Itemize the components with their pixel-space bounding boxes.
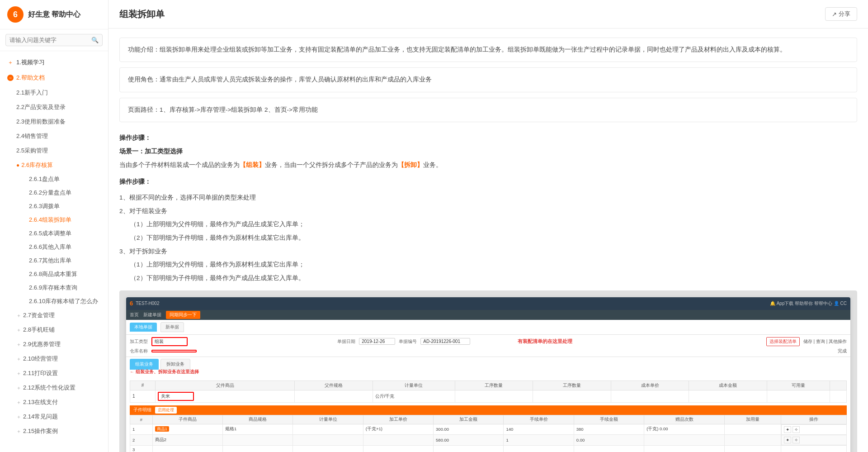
sidebar-item-2-10[interactable]: ＋2.10经营管理	[0, 352, 108, 366]
screenshot-container: 6 TEST-H002 🔔 App下载 帮助帮你 帮帮中心 👤 CC 首页 新建…	[119, 290, 857, 452]
step3-sub2: （2）下部明细为子件明细，最终作为产成品生成某它入库单。	[130, 272, 857, 284]
mock-parent-item-input: 关米	[158, 392, 194, 401]
mock-section-tabs: 组装业务 拆卸业务 ← 组装业务、拆卸业务在这里选择	[130, 359, 847, 370]
mock-form-row2: 仓库名称 完成	[130, 348, 847, 354]
table-row: 1 商品1 规格1 (千克+1) 300.00 140 380 (千克) 0.	[130, 424, 847, 435]
mock-upper-table: # 父件商品 父件规格 计量单位 工序数量 工序数量 成本单价 成本金额 可用量	[130, 381, 847, 403]
mock-section-area: 组装业务 拆卸业务 ← 组装业务、拆卸业务在这里选择	[126, 359, 850, 452]
sidebar-item-2-12[interactable]: ＋2.12系统个性化设置	[0, 381, 108, 395]
mock-form-type-label: 加工类型	[130, 338, 148, 345]
sidebar-item-2-5[interactable]: 2.5采购管理	[0, 143, 108, 158]
mock-child-item1-tag: 商品1	[155, 426, 169, 432]
mock-app-window: 6 TEST-H002 🔔 App下载 帮助帮你 帮帮中心 👤 CC 首页 新建…	[126, 297, 850, 452]
mock-th-parent-spec: 父件规格	[295, 381, 373, 390]
mock-logo: 6	[130, 300, 133, 307]
sidebar-item-2-8[interactable]: ＋2.8手机旺铺	[0, 323, 108, 337]
mock-tab-disassembly: 拆卸业务	[160, 359, 190, 370]
mock-th-qty2: 工序数量	[533, 381, 611, 390]
sidebar-item-2-2[interactable]: 2.2产品安装及登录	[0, 100, 108, 114]
main-content: 组装拆卸单 ↗ 分享 功能介绍：组装拆卸单用来处理企业组装或拆卸等加工业务，支持…	[108, 0, 868, 452]
mock-warehouse-label: 仓库名称	[130, 348, 148, 354]
step3: 3、对于拆卸业务	[119, 246, 857, 257]
mock-tab-assembly: 组装业务	[130, 359, 159, 370]
sidebar-item-1-label: 1.视频学习	[16, 58, 45, 67]
scenario1-desc: 当由多个子件材料组装成一个成品的业务为【组装】业务，当由一个父件拆分成多个子产品…	[119, 159, 857, 171]
mock-complete-btn: 完成	[838, 348, 847, 354]
table-row: 3	[130, 445, 847, 452]
sidebar-item-2-6-6[interactable]: 2.6.6其他入库单	[6, 240, 108, 254]
intro-section: 功能介绍：组装拆卸单用来处理企业组装或拆卸等加工业务，支持有固定装配清单的产品加…	[119, 38, 857, 62]
share-button[interactable]: ↗ 分享	[825, 7, 857, 21]
mock-toolbar: 本地单据 新单据	[126, 320, 850, 335]
screenshot-inner: 6 TEST-H002 🔔 App下载 帮助帮你 帮帮中心 👤 CC 首页 新建…	[120, 291, 857, 452]
mock-form-date-label: 单据日期	[337, 338, 355, 345]
mock-sub-label: 子件明细	[133, 407, 151, 413]
mock-sub-section: 子件明细 启用处理	[130, 405, 847, 415]
search-input[interactable]	[9, 37, 91, 43]
sidebar-item-2-6[interactable]: ●2.6库存核算	[0, 158, 108, 172]
ops-section: 操作步骤： 场景一：加工类型选择 当由多个子件材料组装成一个成品的业务为【组装】…	[119, 128, 857, 284]
sidebar-item-2-6-7[interactable]: 2.6.7其他出库单	[6, 254, 108, 267]
share-icon: ↗	[832, 11, 837, 18]
mock-enable-btn: 启用处理	[155, 407, 177, 414]
mock-lower-thead: # 子件商品 商品规格 计量单位 加工单价 加工金额 手续单价 手续金额 赠品次	[130, 415, 847, 424]
sidebar-item-2-6-10[interactable]: 2.6.10库存账本错了怎么办	[6, 295, 108, 308]
sidebar-item-2-1[interactable]: 2.1新手入门	[0, 86, 108, 100]
mock-form-code: AD-20191226-001	[420, 338, 470, 345]
sidebar-item-2-14[interactable]: ＋2.14常见问题	[0, 409, 108, 424]
sidebar-item-1[interactable]: ＋ 1.视频学习	[0, 55, 108, 70]
mock-upper-thead: # 父件商品 父件规格 计量单位 工序数量 工序数量 成本单价 成本金额 可用量	[130, 381, 847, 390]
mock-td-row1-avail	[767, 390, 830, 402]
sidebar-item-2-label: 2.帮助文档	[16, 74, 45, 82]
annotation-assembly: ← 组装业务、拆卸业务在这里选择	[130, 369, 199, 375]
content-area: 功能介绍：组装拆卸单用来处理企业组装或拆卸等加工业务，支持有固定装配清单的产品加…	[108, 29, 868, 452]
expand-icon-2: －	[7, 75, 14, 81]
mock-th-unit: 计量单位	[373, 381, 455, 390]
sidebar-item-2-6-8[interactable]: 2.6.8商品成本重算	[6, 267, 108, 281]
search-wrapper: 🔍	[5, 34, 103, 46]
sidebar-item-2-6-2[interactable]: 2.6.2分量盘点单	[6, 186, 108, 200]
mock-nav-home: 首页	[130, 312, 139, 318]
step3-sub1: （1）上部明细为父件明细，最终作为原材料生成某它出库单；	[130, 259, 857, 271]
mock-th-qty1: 工序数量	[455, 381, 533, 390]
ops-steps-heading: 操作步骤：	[119, 176, 857, 188]
mock-th-cost-amt: 成本金额	[689, 381, 767, 390]
mock-navbar: 首页 新建单据 同期同步一下	[126, 310, 850, 320]
mock-td-row1-qty2	[533, 390, 611, 402]
mock-td-row1-item: 关米	[156, 390, 295, 402]
sidebar-item-2-7[interactable]: ＋2.7资金管理	[0, 308, 108, 323]
nav-tree: ＋ 1.视频学习 － 2.帮助文档 2.1新手入门 2.2产品安装及登录 2.3…	[0, 51, 108, 452]
role-text: 使用角色：通常由生产人员或库管人员完成拆装业务的操作，库管人员确认原材料的出库和…	[128, 76, 432, 83]
path-section: 页面路径：1、库存核算->库存管理->组装拆卸单 2、首页->常用功能	[119, 98, 857, 122]
mock-td-row1-camt	[689, 390, 767, 402]
sidebar-item-2-13[interactable]: ＋2.13在线支付	[0, 395, 108, 409]
mock-form-code-label: 单据编号	[399, 338, 417, 345]
mock-sync-btn: 同期同步一下	[166, 311, 200, 319]
sidebar-item-2-6-4[interactable]: 2.6.4组装拆卸单	[6, 213, 108, 227]
sidebar-group-2: 2.1新手入门 2.2产品安装及登录 2.3使用前数据准备 2.4销售管理 2.…	[0, 86, 108, 438]
sidebar-item-2-15[interactable]: ＋2.15操作案例	[0, 424, 108, 438]
sidebar-item-2-6-5[interactable]: 2.6.5成本调整单	[6, 227, 108, 240]
mock-th-parent-item: 父件商品	[156, 381, 295, 390]
table-row: 2 商品2 580.00 1 0.00	[130, 435, 847, 446]
sidebar-item-2-6-9[interactable]: 2.6.9库存账本查询	[6, 281, 108, 295]
sidebar-item-2-4[interactable]: 2.4销售管理	[0, 129, 108, 143]
mock-warehouse-value	[151, 350, 197, 352]
sidebar-item-2-6-3[interactable]: 2.6.3调拨单	[6, 200, 108, 213]
sidebar-item-2-6-1[interactable]: 2.6.1盘点单	[6, 172, 108, 186]
sidebar-item-2-9[interactable]: ＋2.9优惠券管理	[0, 337, 108, 352]
mock-th-cost-unit: 成本单价	[611, 381, 689, 390]
sidebar-item-2-11[interactable]: ＋2.11打印设置	[0, 366, 108, 381]
step1: 1、根据不同的业务，选择不同单据的类型来处理	[119, 192, 857, 204]
mock-form-date: 2019-12-26	[359, 338, 395, 345]
mock-lower-header-row: # 子件商品 商品规格 计量单位 加工单价 加工金额 手续单价 手续金额 赠品次	[130, 415, 847, 424]
mock-topbar: 6 TEST-H002 🔔 App下载 帮助帮你 帮帮中心 👤 CC	[126, 297, 850, 310]
mock-th-avail: 可用量	[767, 381, 830, 390]
sidebar-item-2[interactable]: － 2.帮助文档	[0, 70, 108, 86]
intro-text: 功能介绍：组装拆卸单用来处理企业组装或拆卸等加工业务，支持有固定装配清单的产品加…	[128, 46, 786, 53]
ops-heading: 操作步骤：	[119, 134, 857, 142]
mock-form-row1: 加工类型 组装 单据日期 2019-12-26 单据编号 AD-20191226…	[130, 337, 847, 346]
search-icon[interactable]: 🔍	[91, 37, 99, 43]
sidebar-item-2-3[interactable]: 2.3使用前数据准备	[0, 114, 108, 129]
mock-td-row1-action	[830, 390, 846, 402]
